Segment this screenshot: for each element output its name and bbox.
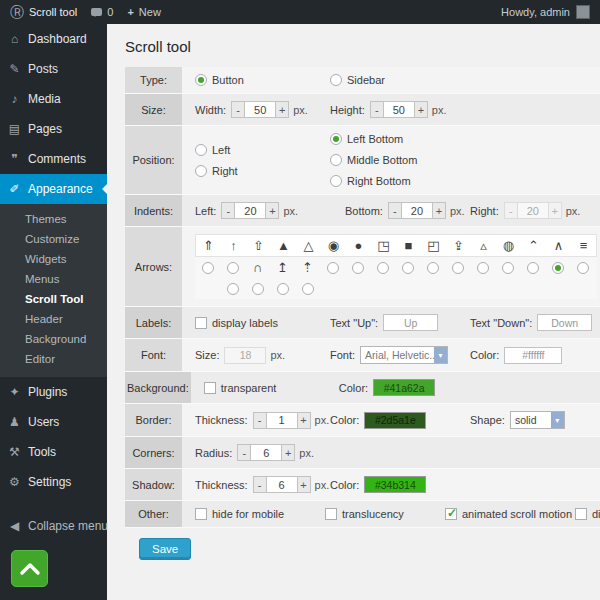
font-size-input[interactable]	[224, 347, 266, 364]
corner-radius-input[interactable]	[251, 444, 281, 461]
position-right-radio[interactable]	[195, 165, 207, 177]
height-decrement-button[interactable]: -	[370, 101, 384, 118]
arrow-option-radio[interactable]	[452, 262, 464, 274]
height-input[interactable]	[384, 101, 414, 118]
arrow-option-radio[interactable]	[377, 262, 389, 274]
sidebar-subitem-menus[interactable]: Menus	[0, 269, 107, 289]
indent-bottom-decrement-button[interactable]: -	[388, 202, 402, 219]
indent-left-decrement-button[interactable]: -	[221, 202, 235, 219]
arrow-option-radio[interactable]	[352, 262, 364, 274]
avatar[interactable]	[576, 5, 590, 19]
indent-bottom-increment-button[interactable]: +	[432, 202, 446, 219]
sidebar-item-label: Pages	[28, 122, 62, 136]
sidebar-item-users[interactable]: ♟Users	[0, 407, 107, 437]
scroll-to-top-preview-button[interactable]	[11, 550, 48, 587]
display-labels-checkbox[interactable]	[195, 317, 207, 329]
indent-left-input[interactable]	[235, 202, 265, 219]
position-left-radio[interactable]	[195, 144, 207, 156]
sidebar-item-plugins[interactable]: ✦Plugins	[0, 377, 107, 407]
wordpress-logo-icon: Ⓡ	[10, 5, 24, 19]
shadow-thickness-decrement-button[interactable]: -	[253, 476, 267, 493]
howdy-text[interactable]: Howdy, admin	[501, 6, 570, 18]
arrow-option-radio[interactable]	[527, 262, 539, 274]
sidebar-item-appearance[interactable]: ✐Appearance	[0, 174, 107, 204]
collapse-menu-button[interactable]: ◀ Collapse menu	[0, 511, 107, 541]
border-thickness-decrement-button[interactable]: -	[253, 412, 267, 429]
other-option-checkbox[interactable]	[575, 508, 587, 520]
comments-icon: ❞	[8, 152, 21, 166]
arrow-option-radio[interactable]	[227, 283, 239, 295]
width-increment-button[interactable]: +	[275, 101, 289, 118]
sidebar-item-pages[interactable]: ▤Pages	[0, 114, 107, 144]
font-color-input[interactable]	[504, 347, 562, 364]
arrow-option-radio[interactable]	[327, 262, 339, 274]
sidebar-subitem-background[interactable]: Background	[0, 329, 107, 349]
arrow-style-icon: ⇡	[302, 261, 313, 274]
corners-row-label: Corners:	[125, 437, 182, 468]
arrow-option-radio[interactable]	[302, 283, 314, 295]
transparent-checkbox[interactable]	[204, 382, 216, 394]
arrows-grid: ⇑↑⇧▲△◉●◳■◰⇪▵◍⌃∧≡∩↥⇡	[195, 234, 597, 299]
sidebar-item-settings[interactable]: ⚙Settings	[0, 467, 107, 497]
text-down-input[interactable]	[537, 314, 592, 331]
arrow-option-radio[interactable]	[277, 283, 289, 295]
border-shape-select[interactable]: solid ▾	[510, 411, 565, 429]
new-content-button[interactable]: + New	[127, 6, 160, 18]
wordpress-menu[interactable]: Ⓡ Scroll tool	[10, 5, 77, 19]
sidebar-subitem-customize[interactable]: Customize	[0, 229, 107, 249]
shadow-color-input[interactable]	[364, 476, 426, 493]
sidebar-item-label: Appearance	[28, 182, 93, 196]
sidebar-item-media[interactable]: ♪Media	[0, 84, 107, 114]
arrow-option-radio[interactable]	[577, 262, 589, 274]
corner-radius-increment-button[interactable]: +	[281, 444, 295, 461]
sidebar-subitem-scroll-tool[interactable]: Scroll Tool	[0, 289, 107, 309]
arrow-option-radio[interactable]	[477, 262, 489, 274]
arrow-option-radio[interactable]	[427, 262, 439, 274]
arrow-option-radio[interactable]	[252, 283, 264, 295]
sidebar-subitem-widgets[interactable]: Widgets	[0, 249, 107, 269]
sidebar-subitem-editor[interactable]: Editor	[0, 349, 107, 369]
width-input[interactable]	[245, 101, 275, 118]
animated-scroll-motion-checkbox[interactable]	[445, 508, 457, 520]
indent-bottom-input[interactable]	[402, 202, 432, 219]
arrow-option-radio[interactable]	[502, 262, 514, 274]
indent-left-increment-button[interactable]: +	[265, 202, 279, 219]
sidebar-subitem-header[interactable]: Header	[0, 309, 107, 329]
position-middle-bottom-radio[interactable]	[330, 154, 342, 166]
arrow-option-radio[interactable]	[402, 262, 414, 274]
indent-right-decrement-button[interactable]: -	[504, 202, 518, 219]
position-left-bottom-radio[interactable]	[330, 133, 342, 145]
tools-icon: ⚒	[8, 445, 21, 459]
arrow-option-radio[interactable]	[552, 262, 564, 274]
shadow-thickness-input[interactable]	[267, 476, 297, 493]
comments-shortcut[interactable]: 0	[91, 6, 113, 18]
sidebar-item-comments[interactable]: ❞Comments	[0, 144, 107, 174]
corner-radius-decrement-button[interactable]: -	[237, 444, 251, 461]
save-button[interactable]: Save	[139, 538, 191, 560]
border-thickness-increment-button[interactable]: +	[297, 412, 311, 429]
width-decrement-button[interactable]: -	[231, 101, 245, 118]
background-color-input[interactable]	[373, 379, 435, 396]
border-color-input[interactable]	[364, 412, 426, 429]
indent-right-increment-button[interactable]: +	[548, 202, 562, 219]
border-thickness-input[interactable]	[267, 412, 297, 429]
arrow-option-radio[interactable]	[202, 262, 214, 274]
indent-right-input[interactable]	[518, 202, 548, 219]
sidebar-item-label: Comments	[28, 152, 86, 166]
type-button-radio[interactable]	[195, 74, 207, 86]
sidebar-item-posts[interactable]: ✎Posts	[0, 54, 107, 84]
hide-for-mobile-checkbox[interactable]	[195, 508, 207, 520]
arrow-option-radio[interactable]	[227, 262, 239, 274]
type-sidebar-radio[interactable]	[330, 74, 342, 86]
sidebar-subitem-themes[interactable]: Themes	[0, 209, 107, 229]
font-family-select[interactable]: Arial, Helvetic... ▾	[360, 346, 448, 364]
shadow-thickness-increment-button[interactable]: +	[297, 476, 311, 493]
position-right-bottom-radio[interactable]	[330, 175, 342, 187]
arrow-style-icon: ■	[405, 239, 413, 252]
chevron-down-icon: ▾	[551, 412, 564, 428]
height-increment-button[interactable]: +	[414, 101, 428, 118]
text-up-input[interactable]	[383, 314, 438, 331]
sidebar-item-tools[interactable]: ⚒Tools	[0, 437, 107, 467]
translucency-checkbox[interactable]	[325, 508, 337, 520]
sidebar-item-dashboard[interactable]: ⌂Dashboard	[0, 24, 107, 54]
